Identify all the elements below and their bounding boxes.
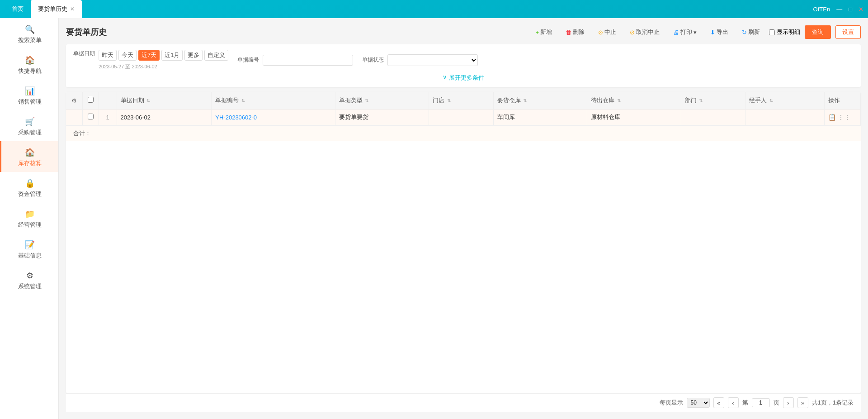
date-filter-label: 单据日期 [73,50,95,57]
row-order-type: 要货单要货 [335,110,429,125]
system-mgmt-icon: ⚙ [26,271,33,281]
row-store [429,110,493,125]
page-first-button[interactable]: « [713,397,724,408]
col-pending-warehouse-sort-icon: ⇅ [617,98,621,103]
query-button[interactable]: 查询 [805,25,831,39]
status-label: 单据状态 [362,56,384,64]
page-size-select[interactable]: 50 100 200 [687,398,710,408]
pagination-bar: 每页显示 50 100 200 « ‹ 第 页 › » 共1页，1条记录 [66,393,861,412]
sidebar-label-purchase-mgmt: 采购管理 [18,129,42,137]
tab-requisition-history[interactable]: 要货单历史 ✕ [31,0,82,18]
col-action: 操作 [825,92,861,110]
date-btn-1month[interactable]: 近1月 [161,50,183,61]
settings-button[interactable]: 设置 [835,25,861,39]
col-settings[interactable]: ⚙ [66,92,82,110]
page-prev-button[interactable]: ‹ [728,397,739,408]
page-input-label: 第 [742,399,748,407]
page-size-label: 每页显示 [660,399,683,407]
sidebar-item-ops-mgmt[interactable]: 📁 经营管理 [0,203,58,233]
display-detail-toggle[interactable]: 显示明细 [769,28,800,36]
status-filter-group: 单据状态 [362,54,478,66]
page-number-input[interactable] [752,398,770,407]
window-close-button[interactable]: ✕ [859,6,863,13]
main-layout: 🔍 搜索菜单 🏠 快捷导航 📊 销售管理 🛒 采购管理 🏠 库存核算 🔒 资金管… [0,18,868,419]
date-buttons: 昨天 今天 近7天 近1月 更多 [99,50,228,61]
sidebar-item-purchase-mgmt[interactable]: 🛒 采购管理 [0,110,58,141]
row-checkbox-cell[interactable] [82,110,99,125]
brand-text: OfTEn [813,6,830,13]
page-last-button[interactable]: » [797,397,808,408]
date-btn-custom[interactable]: 自定义 [204,50,228,61]
col-order-no[interactable]: 单据编号 ⇅ [212,92,335,110]
col-department-label: 部门 [685,97,697,104]
col-handler-label: 经手人 [749,97,767,104]
col-req-warehouse[interactable]: 要货仓库 ⇅ [493,92,587,110]
new-icon: + [535,29,539,36]
sidebar-label-sales-mgmt: 销售管理 [18,98,42,106]
page-prev-icon: ‹ [732,400,734,406]
col-department[interactable]: 部门 ⇅ [681,92,745,110]
table-header-row: ⚙ 单据日期 ⇅ 单据编号 ⇅ [66,92,861,110]
row-order-no[interactable]: YH-20230602-0 [212,110,335,125]
print-button[interactable]: 🖨 打印 ▾ [669,26,701,38]
delete-button[interactable]: 🗑 删除 [561,26,589,38]
page-last-icon: » [801,400,804,406]
col-handler[interactable]: 经手人 ⇅ [745,92,824,110]
sidebar-item-inventory-calc[interactable]: 🏠 库存核算 [0,141,58,172]
sidebar-item-basic-info[interactable]: 📝 基础信息 [0,233,58,264]
refresh-label: 刷新 [748,28,760,36]
sidebar-item-quick-nav[interactable]: 🏠 快捷导航 [0,49,58,80]
date-btn-today[interactable]: 今天 [118,50,137,61]
tab-home-label: 首页 [12,5,24,13]
col-action-label: 操作 [828,97,840,104]
col-pending-warehouse[interactable]: 待出仓库 ⇅ [587,92,681,110]
export-button[interactable]: ⬇ 导出 [706,26,733,38]
col-store[interactable]: 门店 ⇅ [429,92,493,110]
sidebar-item-system-mgmt[interactable]: ⚙ 系统管理 [0,264,58,295]
refresh-button[interactable]: ↻ 刷新 [737,26,764,38]
row-req-warehouse: 车间库 [493,110,587,125]
row-more-icon[interactable]: ⋮⋮ [838,114,850,121]
col-number [99,92,117,110]
order-no-input[interactable] [263,55,353,66]
date-btn-yesterday[interactable]: 昨天 [99,50,117,61]
expand-more-btn[interactable]: ∨ 展开更多条件 [73,74,854,82]
cancel-stop-button[interactable]: ⊘ 取消中止 [625,26,664,38]
page-next-icon: › [787,400,789,406]
date-btn-yesterday-label: 昨天 [102,52,113,58]
status-select[interactable] [387,54,478,66]
order-no-label: 单据编号 [237,56,259,64]
sidebar-label-basic-info: 基础信息 [18,252,42,260]
row-order-no-link[interactable]: YH-20230602-0 [215,114,257,121]
page-next-button[interactable]: › [783,397,794,408]
inventory-calc-icon: 🏠 [25,148,35,157]
sidebar-item-search-menu[interactable]: 🔍 搜索菜单 [0,18,58,49]
table-row[interactable]: 1 2023-06-02 YH-20230602-0 要货单要货 车间库 原材料… [66,110,861,125]
export-icon: ⬇ [710,29,715,36]
sidebar-item-sales-mgmt[interactable]: 📊 销售管理 [0,80,58,110]
col-checkbox[interactable] [82,92,99,110]
date-btn-7days-label: 近7天 [142,52,156,58]
date-btn-more[interactable]: 更多 [184,50,203,61]
stop-button[interactable]: ⊘ 中止 [594,26,621,38]
sidebar-item-capital-mgmt[interactable]: 🔒 资金管理 [0,172,58,203]
display-detail-checkbox[interactable] [769,29,775,35]
query-label: 查询 [812,28,824,36]
date-btn-more-label: 更多 [188,52,199,58]
select-all-checkbox[interactable] [88,97,94,103]
expand-more-icon: ∨ [443,74,447,82]
col-date[interactable]: 单据日期 ⇅ [117,92,212,110]
window-minimize-button[interactable]: — [836,6,842,13]
tab-close-icon[interactable]: ✕ [70,6,75,12]
new-button[interactable]: + 新增 [531,26,557,38]
date-btn-today-label: 今天 [122,52,133,58]
filter-area: 单据日期 昨天 今天 近7天 [66,44,861,87]
date-btn-7days[interactable]: 近7天 [138,50,160,61]
row-view-icon[interactable]: 📋 [828,114,836,121]
export-label: 导出 [717,28,728,36]
window-maximize-button[interactable]: □ [849,6,852,13]
col-order-type[interactable]: 单据类型 ⇅ [335,92,429,110]
row-checkbox[interactable] [88,114,94,119]
tab-home[interactable]: 首页 [5,0,31,18]
date-btn-custom-label: 自定义 [208,52,225,58]
